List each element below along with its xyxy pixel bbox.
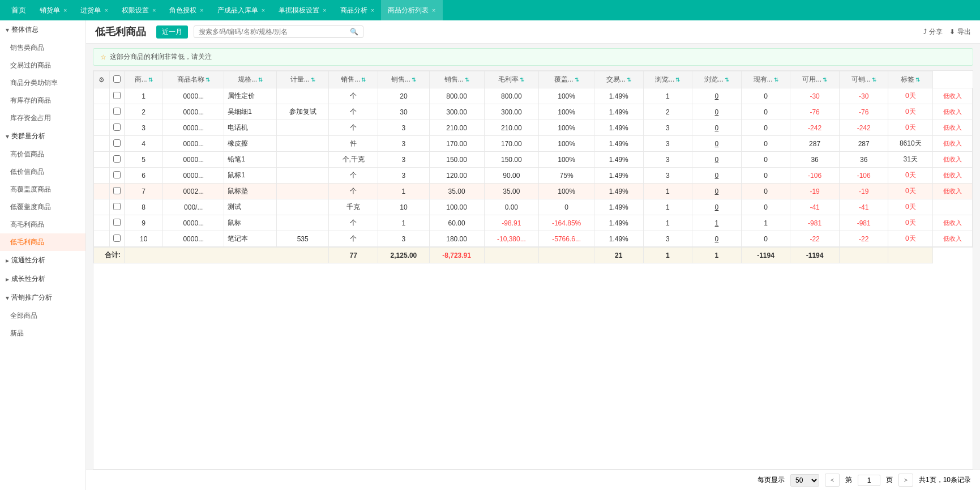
sidebar-group-cluster[interactable]: ▾ 类群量分析 xyxy=(0,127,85,146)
row-checkbox[interactable] xyxy=(110,199,125,215)
row-checkbox[interactable] xyxy=(110,184,125,199)
col-settings[interactable]: ⚙ xyxy=(94,71,110,88)
row-name[interactable]: 属性定价 xyxy=(224,88,277,104)
sidebar-group-overall[interactable]: ▾ 整体信息 xyxy=(0,20,85,39)
sidebar-item-new-goods[interactable]: 新品 xyxy=(0,325,85,342)
col-sales-qty[interactable]: 销售...⇅ xyxy=(329,71,378,88)
sidebar-item-all-goods[interactable]: 全部商品 xyxy=(0,307,85,325)
col-sales-profit[interactable]: 销售...⇅ xyxy=(429,71,484,88)
row-views1[interactable]: 0 xyxy=(692,104,742,120)
row-checkbox[interactable] xyxy=(110,104,125,120)
row-views1[interactable]: 0 xyxy=(692,168,742,184)
col-views2[interactable]: 浏览...⇅ xyxy=(692,71,742,88)
col-transactions[interactable]: 交易...⇅ xyxy=(594,71,644,88)
row-views1[interactable]: 1 xyxy=(692,215,742,231)
row-views1[interactable]: 0 xyxy=(692,231,742,248)
nav-sales[interactable]: 销货单 × xyxy=(33,0,74,20)
col-saleable-days[interactable]: 可销...⇅ xyxy=(839,71,888,88)
nav-product-entry[interactable]: 产成品入库单 × xyxy=(211,0,272,20)
nav-analysis-list-close[interactable]: × xyxy=(432,7,435,14)
row-checkbox[interactable] xyxy=(110,88,125,104)
sidebar-item-stock-capital[interactable]: 库存资金占用 xyxy=(0,109,85,127)
nav-template[interactable]: 单据模板设置 × xyxy=(272,0,333,20)
nav-analysis-list[interactable]: 商品分析列表 × xyxy=(381,0,442,20)
prev-page-button[interactable]: ＜ xyxy=(825,474,840,487)
nav-sales-close[interactable]: × xyxy=(63,7,67,14)
row-checkbox[interactable] xyxy=(110,231,125,248)
row-checkbox[interactable] xyxy=(110,168,125,184)
row-checkbox[interactable] xyxy=(110,152,125,168)
col-tag[interactable]: 标签⇅ xyxy=(888,71,933,88)
date-filter-button[interactable]: 近一月 xyxy=(156,25,188,39)
col-name[interactable]: 商品名称⇅ xyxy=(163,71,224,88)
share-icon: ⤴ xyxy=(923,28,927,36)
row-name[interactable]: 鼠标垫 xyxy=(224,184,277,199)
col-gross-margin[interactable]: 毛利率⇅ xyxy=(484,71,539,88)
row-name[interactable]: 鼠标1 xyxy=(224,168,277,184)
sidebar-group-marketing[interactable]: ▾ 营销推广分析 xyxy=(0,288,85,307)
row-checkbox[interactable] xyxy=(110,136,125,152)
per-page-select[interactable]: 50 100 200 xyxy=(790,474,819,487)
sidebar-item-high-margin[interactable]: 高毛利商品 xyxy=(0,216,85,233)
search-input[interactable] xyxy=(199,28,350,36)
nav-roles-close[interactable]: × xyxy=(200,7,203,14)
export-button[interactable]: ⬇ 导出 xyxy=(949,27,971,37)
sidebar-item-category-rate[interactable]: 商品分类助销率 xyxy=(0,74,85,92)
col-coverage[interactable]: 覆盖...⇅ xyxy=(539,71,594,88)
page-input[interactable] xyxy=(858,475,880,486)
nav-product-analysis[interactable]: 商品分析 × xyxy=(333,0,381,20)
nav-permissions[interactable]: 权限设置 × xyxy=(115,0,162,20)
col-views1[interactable]: 浏览...⇅ xyxy=(643,71,692,88)
nav-product-entry-close[interactable]: × xyxy=(262,7,265,14)
row-current-stock: -76 xyxy=(790,104,840,120)
row-name[interactable]: 测试 xyxy=(224,199,277,215)
row-name[interactable]: 笔记本 xyxy=(224,231,277,248)
col-spec[interactable]: 规格...⇅ xyxy=(224,71,277,88)
col-unit[interactable]: 计量...⇅ xyxy=(276,71,329,88)
row-name[interactable]: 铅笔1 xyxy=(224,152,277,168)
nav-purchase-close[interactable]: × xyxy=(104,7,108,14)
search-icon[interactable]: 🔍 xyxy=(350,28,358,36)
sidebar-item-sales-goods[interactable]: 销售类商品 xyxy=(0,39,85,57)
row-transactions: 3 xyxy=(643,136,692,152)
next-page-button[interactable]: ＞ xyxy=(898,474,913,487)
row-checkbox[interactable] xyxy=(110,120,125,136)
col-available-stock[interactable]: 可用...⇅ xyxy=(790,71,840,88)
sidebar-group-flow[interactable]: ▸ 流通性分析 xyxy=(0,251,85,270)
row-views1[interactable]: 0 xyxy=(692,120,742,136)
share-button[interactable]: ⤴ 分享 xyxy=(923,27,943,37)
select-all-checkbox[interactable] xyxy=(113,75,121,83)
page-title: 低毛利商品 xyxy=(95,25,146,39)
sidebar-item-low-value[interactable]: 低价值商品 xyxy=(0,163,85,181)
sidebar-item-traded-goods[interactable]: 交易过的商品 xyxy=(0,57,85,74)
row-views1[interactable]: 0 xyxy=(692,184,742,199)
row-name[interactable]: 橡皮擦 xyxy=(224,136,277,152)
col-sales-amount[interactable]: 销售...⇅ xyxy=(378,71,430,88)
col-code[interactable]: 商...⇅ xyxy=(125,71,163,88)
row-name[interactable]: 吴细细1 xyxy=(224,104,277,120)
row-views1[interactable]: 0 xyxy=(692,136,742,152)
row-name[interactable]: 鼠标 xyxy=(224,215,277,231)
nav-permissions-close[interactable]: × xyxy=(152,7,156,14)
sidebar-item-low-coverage[interactable]: 低覆盖度商品 xyxy=(0,198,85,216)
col-current-stock[interactable]: 现有...⇅ xyxy=(741,71,790,88)
sidebar-item-high-coverage[interactable]: 高覆盖度商品 xyxy=(0,181,85,198)
search-box[interactable]: 🔍 xyxy=(194,25,363,38)
nav-roles[interactable]: 角色授权 × xyxy=(162,0,210,20)
nav-template-close[interactable]: × xyxy=(323,7,326,14)
row-views1[interactable]: 0 xyxy=(692,88,742,104)
row-name[interactable]: 电话机 xyxy=(224,120,277,136)
sidebar-item-stock-goods[interactable]: 有库存的商品 xyxy=(0,92,85,109)
row-views1[interactable]: 0 xyxy=(692,152,742,168)
col-checkbox[interactable] xyxy=(110,71,125,88)
sidebar-group-growth[interactable]: ▸ 成长性分析 xyxy=(0,270,85,288)
sidebar-item-high-value[interactable]: 高价值商品 xyxy=(0,146,85,163)
nav-home[interactable]: 首页 xyxy=(5,0,33,20)
row-checkbox[interactable] xyxy=(110,215,125,231)
row-views1[interactable]: 0 xyxy=(692,199,742,215)
data-table-wrapper[interactable]: ⚙ 商...⇅ 商品名称⇅ 规格...⇅ 计量...⇅ 销售...⇅ 销售...… xyxy=(93,70,973,470)
table-row: 6 0000... 鼠标1 个 3 120.00 90.00 75% 1.49%… xyxy=(94,168,973,184)
nav-purchase[interactable]: 进货单 × xyxy=(74,0,114,20)
nav-product-analysis-close[interactable]: × xyxy=(371,7,374,14)
sidebar-item-low-margin[interactable]: 低毛利商品 xyxy=(0,233,85,251)
